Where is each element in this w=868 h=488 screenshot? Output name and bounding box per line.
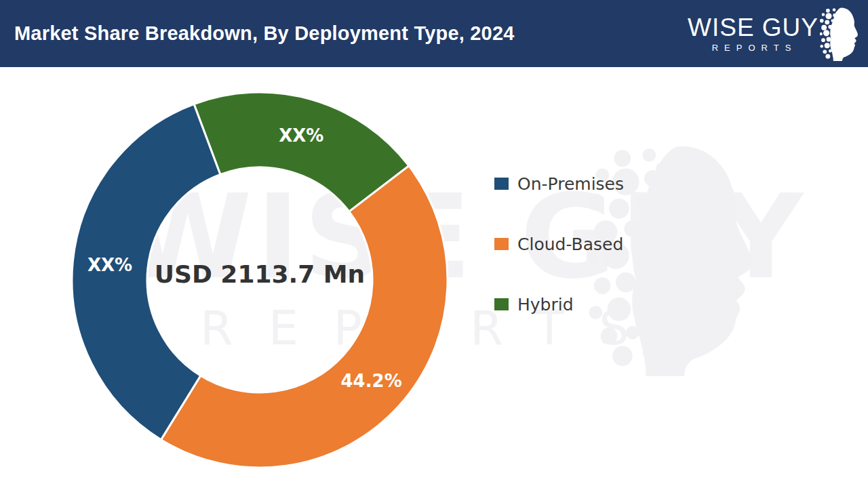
slice-label-hybrid: XX% bbox=[279, 125, 323, 146]
donut-center-value: USD 2113.7 Mn bbox=[138, 260, 382, 288]
legend-label: On-Premises bbox=[517, 176, 624, 192]
legend-swatch bbox=[494, 178, 509, 190]
donut-slice-cloud-based bbox=[161, 166, 448, 468]
slice-label-cloud-based: 44.2% bbox=[341, 371, 402, 391]
legend-item-on-premises: On-Premises bbox=[494, 174, 624, 194]
face-profile-shape bbox=[820, 8, 858, 61]
legend-swatch bbox=[494, 238, 509, 250]
header-bar: Market Share Breakdown, By Deployment Ty… bbox=[0, 0, 868, 67]
legend-item-hybrid: Hybrid bbox=[494, 294, 624, 314]
wise-guy-reports-logo: WISE GUY REPORTS bbox=[688, 5, 857, 62]
legend-label: Hybrid bbox=[517, 296, 574, 313]
slice-label-on-premises: XX% bbox=[87, 255, 132, 275]
chart-area: WISE GUY REPORTS XX%44.2%XX% USD 2113.7 … bbox=[0, 67, 868, 488]
logo-brand-bottom: REPORTS bbox=[688, 43, 818, 53]
legend-label: Cloud-Based bbox=[517, 236, 623, 253]
legend-swatch bbox=[494, 298, 509, 310]
logo-wordmark: WISE GUY REPORTS bbox=[688, 15, 818, 53]
face-profile-icon bbox=[820, 7, 859, 61]
legend-item-cloud-based: Cloud-Based bbox=[494, 234, 624, 254]
donut-chart: XX%44.2%XX% bbox=[0, 67, 868, 488]
chart-legend: On-Premises Cloud-Based Hybrid bbox=[494, 174, 624, 354]
page-title: Market Share Breakdown, By Deployment Ty… bbox=[0, 22, 515, 45]
logo-brand-top: WISE GUY bbox=[688, 15, 818, 41]
